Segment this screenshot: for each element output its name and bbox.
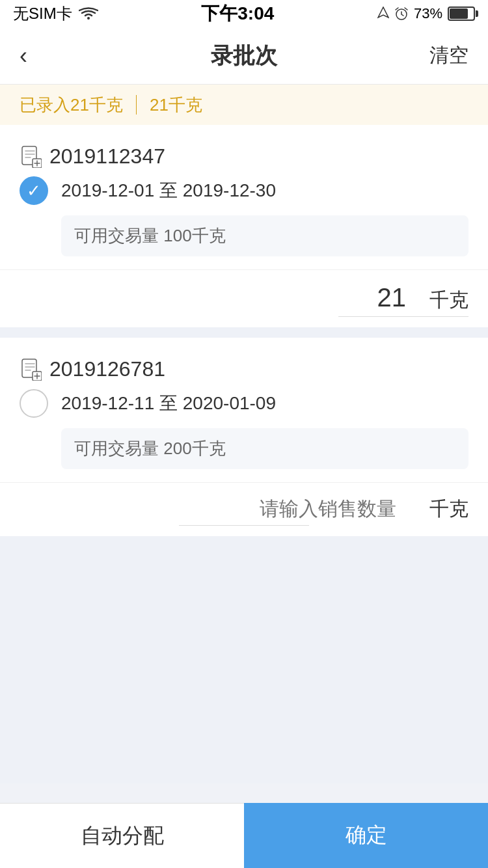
battery-pct: 73% xyxy=(414,5,442,22)
batch2-radio[interactable]: ✓ xyxy=(20,389,48,418)
batch1-id: 2019112347 xyxy=(49,144,165,169)
batch1-card: 2019112347 ✓ 2019-12-01 至 2019-12-30 可用交… xyxy=(0,125,488,269)
batch1-qty-top: 21 千克 xyxy=(377,283,469,314)
batch1-doc-icon xyxy=(20,145,43,169)
batch2-qty-underline xyxy=(179,525,309,526)
status-right: 73% xyxy=(377,5,475,22)
batch2-available-qty: 可用交易量 200千克 xyxy=(61,428,468,469)
batch1-available-qty: 可用交易量 100千克 xyxy=(61,215,468,256)
batch1-date-range: 2019-12-01 至 2019-12-30 xyxy=(61,178,276,203)
status-time: 下午3:04 xyxy=(201,1,274,26)
confirm-button[interactable]: 确定 xyxy=(244,803,488,868)
wifi-icon xyxy=(79,7,98,21)
battery-icon xyxy=(448,7,475,21)
batch1-header: 2019112347 xyxy=(20,144,468,169)
batch1-date-row: ✓ 2019-12-01 至 2019-12-30 xyxy=(20,176,468,205)
sim-text: 无SIM卡 xyxy=(13,3,72,24)
auto-distribute-button[interactable]: 自动分配 xyxy=(0,803,244,868)
batch2-qty-row: 千克 xyxy=(0,482,488,536)
batch2-card: 2019126781 ✓ 2019-12-11 至 2020-01-09 可用交… xyxy=(0,338,488,482)
bottom-bar: 自动分配 确定 xyxy=(0,803,488,868)
location-icon xyxy=(377,7,389,21)
page-title: 录批次 xyxy=(211,41,277,71)
alarm-icon xyxy=(394,7,409,21)
batch2-unit: 千克 xyxy=(429,496,468,522)
card-divider xyxy=(0,327,488,338)
svg-point-0 xyxy=(87,17,90,20)
batch1-qty-value[interactable]: 21 xyxy=(377,283,407,312)
batch2-date-row: ✓ 2019-12-11 至 2020-01-09 xyxy=(20,389,468,418)
status-bar: 无SIM卡 下午3:04 73% xyxy=(0,0,488,27)
back-button[interactable]: ‹ xyxy=(20,42,59,70)
check-icon: ✓ xyxy=(27,181,41,201)
info-banner: 已录入21千克 21千克 xyxy=(0,85,488,125)
batch1-qty-underline xyxy=(338,316,468,317)
batch1-radio[interactable]: ✓ xyxy=(20,176,48,205)
batch2-id: 2019126781 xyxy=(49,357,165,381)
batch2-header: 2019126781 xyxy=(20,357,468,381)
bottom-area xyxy=(0,536,488,783)
total-label: 21千克 xyxy=(150,94,202,116)
batch2-input-wrapper: 千克 xyxy=(20,496,468,526)
clear-button[interactable]: 清空 xyxy=(429,42,468,69)
nav-bar: ‹ 录批次 清空 xyxy=(0,27,488,85)
batch2-input-top: 千克 xyxy=(20,496,468,522)
batch1-qty-wrapper: 21 千克 xyxy=(338,283,468,317)
status-left: 无SIM卡 xyxy=(13,3,98,24)
info-divider xyxy=(136,95,137,115)
batch1-qty-row: 21 千克 xyxy=(0,269,488,327)
batch2-doc-icon xyxy=(20,358,43,381)
batch2-qty-input[interactable] xyxy=(185,498,406,520)
batch1-qty-unit: 千克 xyxy=(429,287,468,314)
recorded-label: 已录入21千克 xyxy=(20,94,123,116)
batch2-date-range: 2019-12-11 至 2020-01-09 xyxy=(61,391,276,416)
